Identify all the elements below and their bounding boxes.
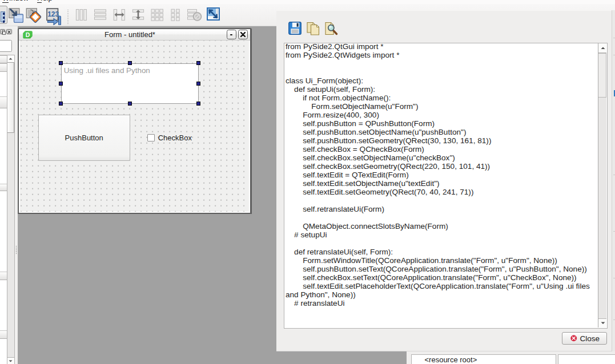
svg-text:123: 123 <box>47 10 59 18</box>
